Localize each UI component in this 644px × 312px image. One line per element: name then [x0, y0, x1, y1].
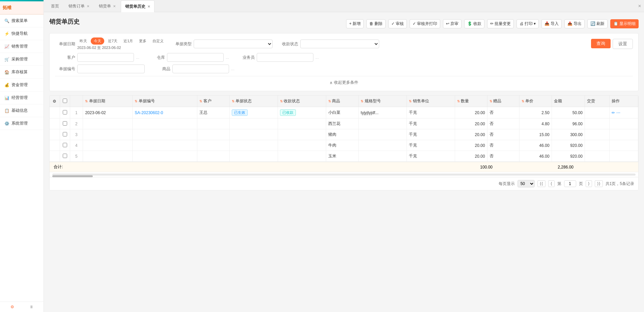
tab-sales-delivery-close[interactable]: ✕	[113, 4, 116, 8]
tab-home[interactable]: 首页	[47, 0, 63, 12]
customer-dots[interactable]: ...	[136, 55, 139, 60]
td-checkbox[interactable]	[60, 129, 70, 140]
row-checkbox[interactable]	[63, 132, 67, 136]
td-docno[interactable]	[133, 129, 197, 140]
filter-warehouse-input[interactable]	[167, 53, 224, 62]
audit-button[interactable]: ✓ 审核	[388, 19, 407, 28]
sidebar-item-quick-nav[interactable]: ⚡ 快捷导航	[0, 27, 44, 40]
more-action-button[interactable]: ⋯	[616, 110, 620, 115]
td-docstatus	[229, 151, 278, 162]
show-detail-button[interactable]: 📋 显示明细	[610, 19, 639, 28]
sidebar-item-sales-mgmt[interactable]: 📈 销售管理	[0, 40, 44, 53]
refresh-button[interactable]: 🔄 刷新	[587, 19, 608, 28]
import-label: 导入	[551, 21, 559, 27]
td-checkbox[interactable]	[60, 151, 70, 162]
quicknav-icon: ⚡	[4, 31, 9, 36]
td-docno[interactable]	[133, 119, 197, 129]
abandon-button[interactable]: ↩ 弃审	[443, 19, 461, 28]
td-gift: 否	[487, 119, 520, 129]
sidebar-item-system-mgmt[interactable]: ⚙️ 系统管理	[0, 117, 44, 130]
filter-customer-item: 客户 ...	[55, 53, 139, 62]
td-checkbox[interactable]	[60, 107, 70, 119]
tab-sales-delivery[interactable]: 销货单 ✕	[94, 0, 120, 12]
th-settings[interactable]: ⚙	[50, 96, 60, 107]
date-btn-yesterday[interactable]: 昨天	[77, 37, 89, 45]
filter-doc-type-select[interactable]	[194, 40, 273, 48]
date-btn-today[interactable]: 今天	[91, 37, 104, 45]
th-price[interactable]: ⇅ 单价	[520, 96, 552, 107]
set-button[interactable]: 设置	[613, 39, 633, 49]
tab-sales-order-close[interactable]: ✕	[87, 4, 89, 8]
query-button[interactable]: 查询	[591, 39, 611, 48]
filter-customer-input[interactable]	[77, 53, 134, 62]
add-button[interactable]: + 新增	[346, 19, 364, 28]
td-docno[interactable]	[133, 140, 197, 151]
th-docstatus[interactable]: ⇅ 单据状态	[229, 96, 278, 107]
next-page-button[interactable]: ⟩	[586, 180, 592, 187]
print-button[interactable]: 🖨 打印 ▾	[516, 19, 539, 28]
sidebar-bottom-icon2[interactable]: ⏸	[29, 305, 33, 309]
tab-sales-history-close[interactable]: ✕	[147, 5, 150, 8]
export-button[interactable]: 📤 导出	[564, 19, 585, 28]
page-size-select[interactable]: 50 10 20 100	[517, 180, 535, 187]
td-checkbox[interactable]	[60, 119, 70, 129]
receive-button[interactable]: 💲 收款	[464, 19, 484, 28]
warehouse-dots[interactable]: ...	[226, 55, 229, 60]
sidebar-item-basic-info[interactable]: 📋 基础信息	[0, 104, 44, 117]
td-docno[interactable]: SA-20230602-0	[133, 107, 197, 119]
last-page-button[interactable]: ⟩⟩	[595, 180, 603, 187]
row-checkbox[interactable]	[63, 110, 67, 114]
sidebar-item-finance[interactable]: 💰 资金管理	[0, 79, 44, 92]
staff-dots[interactable]: ...	[315, 55, 319, 60]
audit-print-button[interactable]: ✓ 审核并打印	[410, 19, 440, 28]
finance-icon: 💰	[4, 82, 9, 88]
th-date[interactable]: ⇅ 单据日期	[83, 96, 133, 107]
th-docno[interactable]: ⇅ 单据编号	[133, 96, 197, 107]
date-btn-custom[interactable]: 自定义	[150, 37, 166, 45]
delete-button[interactable]: 🗑 删除	[366, 19, 386, 28]
sidebar-item-operations[interactable]: 📊 经营管理	[0, 92, 44, 104]
row-checkbox[interactable]	[63, 121, 67, 126]
sidebar-item-search-menu[interactable]: 🔍 搜索菜单	[0, 15, 44, 27]
table-row: 2 西兰花 千克 20.00 否 4.80 96.00	[50, 119, 638, 129]
prev-page-button[interactable]: ⟨	[548, 180, 555, 187]
filter-docno-label: 单据编号	[55, 66, 75, 72]
td-checkbox[interactable]	[60, 140, 70, 151]
date-btn-more[interactable]: 更多	[137, 37, 149, 45]
import-button[interactable]: 📥 导入	[541, 19, 562, 28]
th-gift[interactable]: ⇅ 赠品	[487, 96, 520, 107]
th-product[interactable]: ⇅ 商品	[326, 96, 359, 107]
filter-docno-input[interactable]	[77, 64, 145, 73]
th-qty[interactable]: ⇅ 数量	[455, 96, 487, 107]
date-btn-1month[interactable]: 近1月	[121, 37, 135, 45]
horizontal-scrollbar[interactable]	[52, 174, 636, 176]
th-unit[interactable]: ⇅ 销售单位	[407, 96, 455, 107]
page-number-input[interactable]	[564, 180, 576, 187]
td-rowno: 1	[70, 107, 83, 119]
first-page-button[interactable]: ⟨⟨	[537, 180, 545, 187]
filter-product-input[interactable]	[172, 64, 229, 73]
pagination: 每页显示 50 10 20 100 ⟨⟨ ⟨ 第 页 ⟩ ⟩⟩ 共1页，5条记录	[50, 177, 638, 190]
sidebar-item-purchase-mgmt[interactable]: 🛒 采购管理	[0, 53, 44, 66]
collapse-button[interactable]: ∧ 收起更多条件	[55, 78, 633, 87]
th-checkbox[interactable]	[60, 96, 70, 107]
filter-customer-label: 客户	[55, 55, 75, 60]
select-all-checkbox[interactable]	[63, 99, 67, 103]
filter-pay-status-select[interactable]	[300, 40, 379, 48]
th-customer[interactable]: ⇅ 客户	[197, 96, 230, 107]
tab-sales-history[interactable]: 销货单历史 ✕	[121, 0, 155, 12]
row-checkbox[interactable]	[63, 143, 67, 147]
row-checkbox[interactable]	[63, 154, 67, 158]
th-spec[interactable]: ⇅ 规格型号	[359, 96, 407, 107]
th-paystatus[interactable]: ⇅ 收款状态	[278, 96, 326, 107]
date-btn-7days[interactable]: 近7天	[106, 37, 120, 45]
batch-change-button[interactable]: ✏ 批量变更	[487, 19, 514, 28]
sidebar-item-inventory[interactable]: 🏠 库存核算	[0, 66, 44, 79]
tab-sales-order[interactable]: 销售订单 ✕	[64, 0, 94, 12]
edit-action-button[interactable]: ✏	[612, 110, 615, 115]
filter-staff-input[interactable]	[257, 53, 313, 62]
tab-bar-close-all[interactable]: ✕	[638, 4, 641, 8]
product-dots[interactable]: ...	[231, 67, 234, 71]
sidebar-bottom-icon1[interactable]: ⚙	[10, 305, 14, 309]
td-docno[interactable]	[133, 151, 197, 162]
